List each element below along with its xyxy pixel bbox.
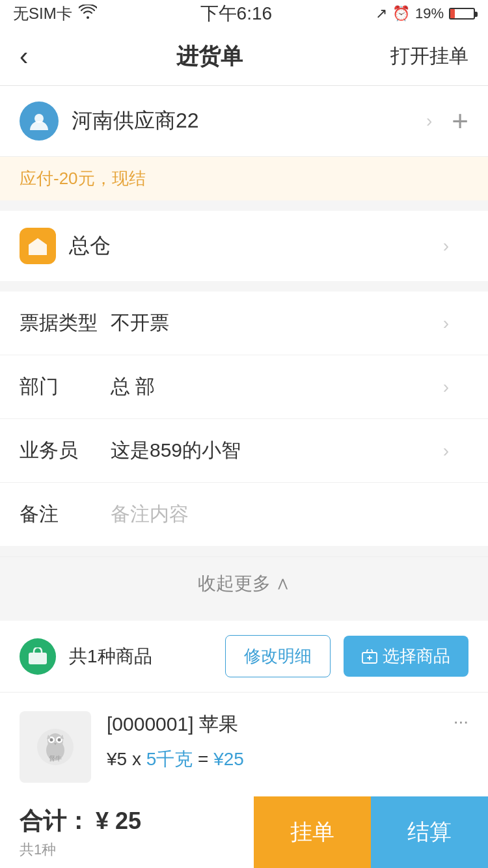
main-content: 河南供应商22 › + 应付-20元，现结 总仓 › 票据类型 不开票 › 部门…: [0, 86, 488, 868]
invoice-value: 不开票: [111, 310, 443, 336]
remark-label: 备注: [20, 501, 111, 528]
dept-value: 总 部: [111, 373, 443, 400]
collapse-bar[interactable]: 收起更多 ∧: [0, 556, 488, 610]
nav-bar: ‹ 进货单 打开挂单: [0, 27, 488, 86]
supplier-card: 河南供应商22 › + 应付-20元，现结: [0, 86, 488, 200]
invoice-row[interactable]: 票据类型 不开票 ›: [0, 292, 488, 355]
total-section: 合计： ¥ 25 共1种: [0, 799, 254, 866]
unit-price: ¥5 x: [107, 749, 146, 769]
total-label: 合计：: [20, 807, 90, 834]
back-button[interactable]: ‹: [20, 42, 28, 71]
product-count: 共1种商品: [69, 644, 212, 669]
alarm-icon: ⏰: [392, 5, 410, 22]
product-item: 督牛 [0000001] 苹果 ¥5 x 5千克 = ¥25 ···: [0, 693, 488, 801]
product-title: 苹果: [199, 713, 238, 735]
select-product-button[interactable]: 选择商品: [344, 636, 468, 677]
svg-rect-1: [29, 653, 47, 664]
supplier-avatar: [20, 102, 59, 141]
product-icon: [20, 638, 56, 675]
supplier-chevron-icon: ›: [426, 111, 432, 131]
product-thumbnail: 督牛: [20, 711, 91, 783]
warehouse-chevron-icon: ›: [443, 236, 449, 256]
sales-value: 这是859的小智: [111, 437, 443, 464]
svg-point-9: [58, 739, 61, 742]
product-header: 共1种商品 修改明细 选择商品: [0, 621, 488, 692]
warehouse-row[interactable]: 总仓 ›: [0, 211, 488, 281]
dept-chevron-icon: ›: [443, 377, 449, 398]
bottom-bar: 合计： ¥ 25 共1种 挂单 结算: [0, 796, 488, 868]
add-supplier-button[interactable]: +: [452, 105, 468, 137]
network-label: 无SIM卡: [13, 3, 72, 24]
open-pending-button[interactable]: 打开挂单: [390, 43, 468, 70]
edit-detail-button[interactable]: 修改明细: [225, 635, 331, 677]
invoice-label: 票据类型: [20, 310, 111, 336]
supplier-name: 河南供应商22: [72, 107, 199, 135]
invoice-chevron-icon: ›: [443, 313, 449, 334]
quantity: 5千克: [146, 749, 193, 769]
status-time: 下午6:16: [200, 1, 273, 26]
sales-chevron-icon: ›: [443, 441, 449, 461]
checkout-button[interactable]: 结算: [371, 796, 488, 868]
warehouse-icon: [20, 228, 56, 264]
total-value: ¥ 25: [96, 807, 141, 834]
sales-label: 业务员: [20, 437, 111, 464]
status-bar: 无SIM卡 下午6:16 ↗ ⏰ 19%: [0, 0, 488, 27]
select-product-label: 选择商品: [383, 645, 450, 668]
spacer: [0, 610, 488, 621]
equals: =: [198, 749, 213, 769]
product-info: [0000001] 苹果 ¥5 x 5千克 = ¥25: [107, 711, 438, 772]
sales-row[interactable]: 业务员 这是859的小智 ›: [0, 419, 488, 483]
product-menu-button[interactable]: ···: [454, 711, 468, 732]
remark-input[interactable]: 备注内容: [111, 501, 468, 528]
wifi-icon: [79, 5, 97, 23]
supplier-selector[interactable]: 河南供应商22: [20, 102, 426, 141]
subtotal: ¥25: [213, 749, 244, 769]
total-amount: 合计： ¥ 25: [20, 806, 234, 837]
dept-label: 部门: [20, 373, 111, 400]
dept-row[interactable]: 部门 总 部 ›: [0, 355, 488, 419]
location-icon: ↗: [375, 5, 387, 22]
supplier-row: 河南供应商22 › +: [0, 86, 488, 157]
collapse-label: 收起更多 ∧: [198, 573, 291, 593]
page-title: 进货单: [176, 42, 243, 72]
product-price-line: ¥5 x 5千克 = ¥25: [107, 747, 438, 772]
battery-percent: 19%: [415, 5, 444, 22]
status-left: 无SIM卡: [13, 3, 97, 24]
status-right: ↗ ⏰ 19%: [375, 5, 475, 22]
total-sub: 共1种: [20, 840, 234, 860]
form-card: 票据类型 不开票 › 部门 总 部 › 业务员 这是859的小智 › 备注 备注…: [0, 292, 488, 546]
svg-text:督牛: 督牛: [49, 755, 62, 762]
notice-bar: 应付-20元，现结: [0, 157, 488, 200]
product-name: [0000001] 苹果: [107, 711, 438, 738]
svg-point-8: [50, 739, 53, 742]
product-code: [0000001]: [107, 713, 199, 735]
hang-button[interactable]: 挂单: [254, 796, 371, 868]
battery-icon: [449, 8, 475, 20]
remark-row[interactable]: 备注 备注内容: [0, 483, 488, 546]
warehouse-name: 总仓: [69, 232, 443, 260]
